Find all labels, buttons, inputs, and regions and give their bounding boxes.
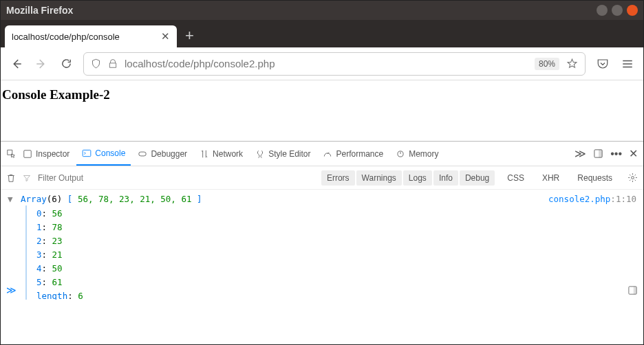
tab-console[interactable]: Console <box>76 142 131 166</box>
tab-network-label: Network <box>213 149 243 159</box>
dock-icon[interactable] <box>593 148 603 159</box>
console-filter-row: Errors Warnings Logs Info Debug CSS XHR … <box>1 166 643 190</box>
style-icon <box>255 149 265 159</box>
toggle-css[interactable]: CSS <box>502 170 530 186</box>
array-entry: 4: 50 <box>36 262 636 276</box>
new-tab-button[interactable]: + <box>185 27 194 45</box>
caret-down-icon[interactable]: ▼ <box>8 194 13 204</box>
tab-inspector-label: Inspector <box>36 149 69 159</box>
svg-point-6 <box>632 177 634 179</box>
array-preview: 56, 78, 23, 21, 50, 61 <box>78 194 192 204</box>
sidebar-toggle-icon[interactable] <box>627 285 638 296</box>
console-icon <box>82 148 92 158</box>
hamburger-icon <box>621 58 634 70</box>
toggle-warnings[interactable]: Warnings <box>356 170 402 186</box>
window-minimize-button[interactable] <box>597 5 608 16</box>
window-buttons <box>597 5 638 16</box>
array-entry: 0: 56 <box>36 207 636 221</box>
tab-style-label: Style Editor <box>268 149 310 159</box>
array-tree: 0: 561: 782: 233: 214: 505: 61length: 6▸… <box>25 205 636 300</box>
reload-button[interactable] <box>58 56 74 71</box>
array-entry: 5: 61 <box>36 276 636 289</box>
tab-network[interactable]: Network <box>194 142 248 166</box>
svg-rect-1 <box>83 150 92 156</box>
array-label: Array <box>21 194 47 204</box>
tab-debugger-label: Debugger <box>151 149 187 159</box>
lock-icon <box>108 59 118 69</box>
tab-memory-label: Memory <box>409 149 438 159</box>
back-button[interactable] <box>9 56 24 71</box>
tab-title: localhost/code/php/console <box>12 32 157 42</box>
page-heading: Console Example-2 <box>2 87 642 102</box>
console-prompt[interactable]: ≫ <box>6 285 17 296</box>
console-source-link[interactable]: console2.php:1:10 <box>548 194 636 204</box>
array-entry: 2: 23 <box>36 234 636 248</box>
star-icon[interactable] <box>566 58 578 69</box>
svg-rect-2 <box>139 152 147 156</box>
performance-icon <box>323 149 332 159</box>
array-length: (6) <box>47 194 63 204</box>
array-entry: 1: 78 <box>36 221 636 234</box>
browser-tabbar: localhost/code/php/console ✕ + <box>1 20 643 47</box>
toggle-errors[interactable]: Errors <box>321 170 355 186</box>
console-output: ▼ Array(6) [ 56, 78, 23, 21, 50, 61 ] co… <box>1 190 643 300</box>
pocket-icon <box>597 58 609 70</box>
devtools-panel: Inspector Console Debugger Network Style… <box>1 141 643 300</box>
clear-console-button[interactable] <box>6 173 16 183</box>
filter-icon <box>23 174 31 182</box>
gear-icon <box>627 172 638 183</box>
page-content: Console Example-2 <box>1 80 643 109</box>
arrow-right-icon <box>35 58 47 70</box>
toggle-requests[interactable]: Requests <box>572 170 618 186</box>
shield-icon <box>91 58 101 69</box>
tab-performance[interactable]: Performance <box>317 142 389 166</box>
console-log-row[interactable]: ▼ Array(6) [ 56, 78, 23, 21, 50, 61 ] co… <box>8 194 636 204</box>
toggle-logs[interactable]: Logs <box>403 170 432 186</box>
svg-rect-5 <box>599 150 602 157</box>
pick-element-button[interactable] <box>6 149 16 159</box>
tab-inspector[interactable]: Inspector <box>17 142 75 166</box>
memory-icon <box>396 149 405 159</box>
forward-button <box>34 56 49 71</box>
more-icon[interactable]: ••• <box>610 148 622 160</box>
tab-performance-label: Performance <box>336 149 383 159</box>
close-tab-icon[interactable]: ✕ <box>161 30 170 43</box>
arrow-left-icon <box>10 58 23 70</box>
pocket-button[interactable] <box>595 56 610 71</box>
browser-tab[interactable]: localhost/code/php/console ✕ <box>5 25 177 47</box>
toggle-xhr[interactable]: XHR <box>537 170 565 186</box>
tab-console-label: Console <box>95 148 125 158</box>
url-bar[interactable]: localhost/code/php/console2.php 80% <box>83 52 586 76</box>
array-entry: 3: 21 <box>36 248 636 262</box>
toggle-debug[interactable]: Debug <box>460 170 495 186</box>
zoom-badge[interactable]: 80% <box>535 58 559 70</box>
app-menu-button[interactable] <box>620 56 635 71</box>
reload-icon <box>61 58 72 69</box>
console-settings-button[interactable] <box>627 172 638 183</box>
url-text: localhost/code/php/console2.php <box>125 58 528 69</box>
overflow-icon[interactable]: ≫ <box>575 147 586 160</box>
window-maximize-button[interactable] <box>612 5 623 16</box>
svg-rect-8 <box>634 287 636 294</box>
network-icon <box>200 149 209 159</box>
window-close-button[interactable] <box>627 5 638 16</box>
devtools-close-icon[interactable]: ✕ <box>629 147 638 160</box>
inspector-icon <box>23 149 32 159</box>
window-title: Mozilla Firefox <box>6 5 73 16</box>
log-level-toggles: Errors Warnings Logs Info Debug <box>321 170 495 186</box>
filter-input[interactable] <box>38 173 314 183</box>
devtools-tabbar: Inspector Console Debugger Network Style… <box>1 142 643 166</box>
tab-style-editor[interactable]: Style Editor <box>250 142 316 166</box>
tab-memory[interactable]: Memory <box>390 142 444 166</box>
debugger-icon <box>138 149 147 159</box>
browser-toolbar: localhost/code/php/console2.php 80% <box>1 47 643 80</box>
array-length-entry: length: 6 <box>36 289 636 300</box>
tab-debugger[interactable]: Debugger <box>132 142 193 166</box>
toggle-info[interactable]: Info <box>433 170 458 186</box>
window-titlebar: Mozilla Firefox <box>1 1 643 20</box>
trash-icon <box>6 173 16 183</box>
svg-rect-0 <box>24 150 32 157</box>
